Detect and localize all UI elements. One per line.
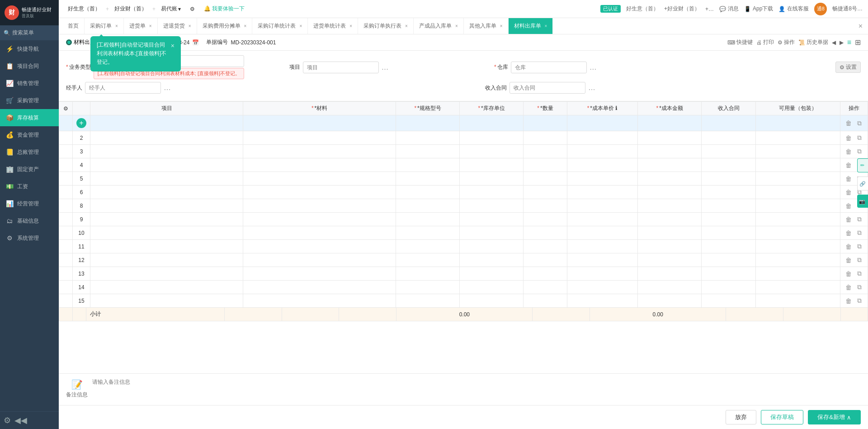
row-qty-cell[interactable] xyxy=(524,294,567,308)
delete-icon[interactable]: 🗑 xyxy=(844,201,853,210)
row-unit-cell[interactable] xyxy=(460,131,524,145)
row-project-cell[interactable] xyxy=(90,145,243,158)
row-project-cell[interactable] xyxy=(90,294,243,308)
sidebar-item-basic[interactable]: 🗂 基础信息 xyxy=(0,212,59,229)
row-income-cell[interactable] xyxy=(702,145,756,158)
row-project-cell[interactable] xyxy=(90,226,243,240)
row-qty-cell[interactable] xyxy=(524,267,567,281)
row-qty-cell[interactable] xyxy=(524,158,567,172)
tab-product-in[interactable]: 产成品入库单 × xyxy=(414,18,464,34)
row-cost-cell[interactable] xyxy=(567,281,637,294)
sidebar-item-sales[interactable]: 📈 销售管理 xyxy=(0,75,59,92)
calendar-icon[interactable]: 📅 xyxy=(192,39,199,46)
row-available-cell[interactable] xyxy=(756,172,840,186)
row-spec-cell[interactable] xyxy=(396,294,460,308)
row-material-cell[interactable] xyxy=(243,281,396,294)
row-material-cell[interactable] xyxy=(243,294,396,308)
row-cost-amount-cell[interactable] xyxy=(638,240,702,253)
tab-close-icon[interactable]: × xyxy=(244,24,247,29)
row-qty-cell[interactable] xyxy=(524,240,567,253)
row-spec-cell[interactable] xyxy=(396,267,460,281)
user-avatar[interactable]: 通8 xyxy=(814,3,827,15)
topbar-online-service[interactable]: 👤 在线客服 xyxy=(778,5,809,13)
row-cost-cell[interactable] xyxy=(567,115,637,131)
topbar-app-download[interactable]: 📱 App下载 xyxy=(744,5,773,13)
row-available-cell[interactable] xyxy=(756,213,840,226)
row-available-cell[interactable] xyxy=(756,253,840,267)
row-qty-cell[interactable] xyxy=(524,131,567,145)
row-project-cell[interactable] xyxy=(90,199,243,213)
topbar-settings-icon[interactable]: ⚙ xyxy=(186,4,198,14)
discard-button[interactable]: 放弃 xyxy=(726,410,756,424)
delete-icon[interactable]: 🗑 xyxy=(844,188,853,197)
row-available-cell[interactable] xyxy=(756,186,840,199)
collapse-icon[interactable]: ◀◀ xyxy=(14,415,27,425)
row-qty-cell[interactable] xyxy=(524,199,567,213)
topbar-nav-haoshengyi[interactable]: 好生意（首） xyxy=(64,3,104,14)
row-unit-cell[interactable] xyxy=(460,199,524,213)
row-unit-cell[interactable] xyxy=(460,253,524,267)
row-available-cell[interactable] xyxy=(756,115,840,131)
row-material-cell[interactable] xyxy=(243,240,396,253)
row-cost-cell[interactable] xyxy=(567,199,637,213)
copy-icon[interactable]: ⧉ xyxy=(855,119,864,128)
row-spec-cell[interactable] xyxy=(396,213,460,226)
sidebar-item-payroll[interactable]: 💵 工资 xyxy=(0,178,59,195)
row-income-cell[interactable] xyxy=(702,115,756,131)
row-income-cell[interactable] xyxy=(702,213,756,226)
sidebar-item-ledger[interactable]: 📒 总账管理 xyxy=(0,143,59,161)
row-unit-cell[interactable] xyxy=(460,281,524,294)
delete-icon[interactable]: 🗑 xyxy=(844,269,853,278)
row-project-cell[interactable] xyxy=(90,213,243,226)
tab-close-icon[interactable]: × xyxy=(299,24,302,29)
row-material-cell[interactable] xyxy=(243,213,396,226)
handler-input[interactable] xyxy=(85,82,161,94)
row-project-cell[interactable] xyxy=(90,131,243,145)
sidebar-item-project[interactable]: 📋 项目合同 xyxy=(0,57,59,75)
topbar-nav-haoyecai[interactable]: 好业财（首） xyxy=(111,3,151,14)
row-material-cell[interactable] xyxy=(243,145,396,158)
tab-purchase-receipt[interactable]: 进货单 × xyxy=(124,18,158,34)
row-project-cell[interactable] xyxy=(90,186,243,199)
row-project-cell[interactable] xyxy=(90,172,243,186)
topbar-experience-btn[interactable]: 🔔 我要体验一下 xyxy=(200,3,248,14)
row-cost-cell[interactable] xyxy=(567,131,637,145)
row-spec-cell[interactable] xyxy=(396,131,460,145)
row-qty-cell[interactable] xyxy=(524,213,567,226)
row-spec-cell[interactable] xyxy=(396,253,460,267)
copy-icon[interactable]: ⧉ xyxy=(855,147,864,156)
delete-icon[interactable]: 🗑 xyxy=(844,161,853,170)
row-available-cell[interactable] xyxy=(756,199,840,213)
tab-close-icon[interactable]: × xyxy=(405,24,408,29)
row-available-cell[interactable] xyxy=(756,226,840,240)
sidebar-item-purchase[interactable]: 🛒 采购管理 xyxy=(0,92,59,109)
row-spec-cell[interactable] xyxy=(396,172,460,186)
delete-icon[interactable]: 🗑 xyxy=(844,174,853,183)
row-material-cell[interactable] xyxy=(243,226,396,240)
row-income-cell[interactable] xyxy=(702,253,756,267)
row-income-cell[interactable] xyxy=(702,186,756,199)
tab-close-icon[interactable]: × xyxy=(189,24,191,29)
warehouse-input[interactable] xyxy=(511,62,587,73)
tooltip-close-btn[interactable]: × xyxy=(171,41,175,51)
delete-icon[interactable]: 🗑 xyxy=(844,133,853,143)
tab-other-in[interactable]: 其他入库单 × xyxy=(464,18,509,34)
row-cost-cell[interactable] xyxy=(567,186,637,199)
tab-close-all[interactable]: × xyxy=(857,20,864,32)
print-btn[interactable]: 🖨 打印 xyxy=(756,38,774,46)
handler-dots-btn[interactable]: … xyxy=(164,84,171,92)
delete-icon[interactable]: 🗑 xyxy=(844,147,853,156)
row-material-cell[interactable] xyxy=(243,253,396,267)
row-material-cell[interactable] xyxy=(243,267,396,281)
save-draft-button[interactable]: 保存草稿 xyxy=(761,410,803,424)
copy-icon[interactable]: ⧉ xyxy=(855,215,864,224)
row-spec-cell[interactable] xyxy=(396,186,460,199)
delete-icon[interactable]: 🗑 xyxy=(844,242,853,251)
right-panel-btn-3[interactable]: 📷 xyxy=(857,195,868,208)
topbar-goodfinance[interactable]: +好业财（首） xyxy=(664,5,700,13)
row-material-cell[interactable] xyxy=(243,131,396,145)
grid-view-btn[interactable]: ⊞ xyxy=(855,38,861,47)
row-income-cell[interactable] xyxy=(702,199,756,213)
add-row-btn[interactable]: + xyxy=(76,118,86,128)
tab-close-icon[interactable]: × xyxy=(455,24,458,29)
